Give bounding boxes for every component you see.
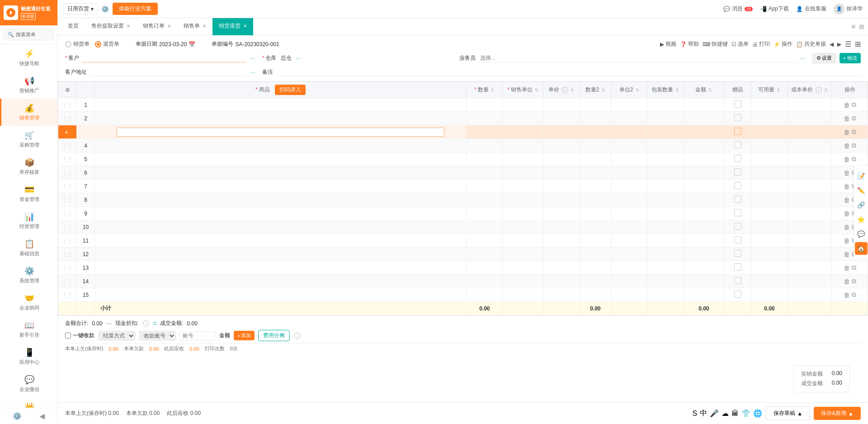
delete-row-icon[interactable]: 🗑 [844,237,850,244]
sidebar-item-sys-mgmt[interactable]: ⚙️ 系统管理 [0,262,57,289]
category-select[interactable]: 日用百货 ▾ [63,3,98,14]
collapse-icon[interactable]: ◀ [39,412,45,420]
tab-home[interactable]: 首页 [61,18,85,35]
address-input[interactable] [90,68,246,76]
copy-row-icon[interactable]: ⧉ [852,114,856,122]
account-select[interactable]: 收款账号 [139,331,176,341]
view-list-icon[interactable]: ☰ [845,40,851,48]
price-info-icon[interactable]: i [562,87,568,93]
delete-row-icon[interactable]: 🗑 [844,224,850,231]
logistics-button[interactable]: + 物流 [840,53,861,63]
action-print[interactable]: 🖨 打印 [752,40,770,48]
sidebar-item-purchase[interactable]: 🛒 采购管理 [0,126,57,153]
sidebar-item-quick-nav[interactable]: ⚡ 快捷导航 [0,44,57,71]
action-operate[interactable]: ⚡ 操作 [774,40,793,48]
action-shortcut[interactable]: ⌨ 快捷键 [703,40,728,48]
delete-row-icon[interactable]: 🗑 [844,156,850,163]
action-select[interactable]: ☑ 选单 [731,40,749,48]
cash-discount-info-icon[interactable]: i [143,320,149,327]
sidebar-item-wechat[interactable]: 💬 企业微信 [0,370,57,397]
address-dots[interactable]: ··· [250,69,255,76]
delete-row-icon[interactable]: 🗑 [844,210,850,217]
trial-button[interactable]: 体验行业方案 [113,3,158,15]
action-history[interactable]: 📋 历史单据 [796,40,826,48]
delete-row-icon[interactable]: 🗑 [844,278,850,285]
sidebar-item-marketing[interactable]: 📢 营销推广 [0,71,57,99]
copy-row-icon[interactable]: ⧉ [852,277,856,285]
gift-checkbox[interactable] [734,168,741,176]
sidebar-item-finance[interactable]: 💳 资金管理 [0,180,57,207]
delete-row-icon[interactable]: 🗑 [844,142,850,149]
tab-expand-icon[interactable]: ⊞ [859,23,864,30]
gift-checkbox[interactable] [734,291,741,298]
delete-row-icon[interactable]: 🗑 [844,115,850,122]
save-new-button[interactable]: 保存&新增 ▲ [814,407,861,420]
tab-close-sale-out[interactable]: ✕ [203,24,206,29]
tab-close-sale-order[interactable]: ✕ [167,24,171,29]
view-grid-icon[interactable]: ⊞ [855,40,861,48]
sidebar-item-guide[interactable]: 📖 新手引导 [0,316,57,343]
gift-checkbox[interactable] [734,100,741,108]
gift-checkbox[interactable] [734,209,741,216]
delete-row-icon[interactable]: 🗑 [844,169,850,176]
gear-col-icon[interactable]: ⚙ [65,87,70,93]
tab-sale-return[interactable]: 销货退货 ✕ [212,18,253,35]
sidebar-item-basic-info[interactable]: 📋 基础信息 [0,234,57,262]
sidebar-item-app-center[interactable]: 📱 应用中心 [0,343,57,370]
remark-input[interactable] [276,68,861,76]
salesperson-dots[interactable]: ··· [801,55,805,62]
product-input[interactable] [117,128,444,137]
add-row-icon[interactable]: + [62,128,71,137]
form-settings-button[interactable]: ⚙ 设置 [812,53,836,63]
right-icon-6[interactable]: 🏠 [855,242,868,255]
add-payment-button[interactable]: + 添加 [234,331,255,340]
gift-checkbox[interactable] [734,182,741,189]
gift-checkbox[interactable] [734,236,741,243]
action-help[interactable]: ❓ 帮助 [680,40,699,48]
cost-info-icon[interactable]: i [816,87,822,93]
one-click-checkbox[interactable]: 一键收款 [65,332,94,339]
gift-checkbox[interactable] [734,128,741,135]
gift-checkbox[interactable] [734,195,741,203]
salesperson-input[interactable] [478,54,796,62]
gift-checkbox[interactable] [734,114,741,121]
delete-row-icon[interactable]: 🗑 [844,183,850,190]
settings-bottom-icon[interactable]: ⚙️ [13,412,22,420]
one-click-check[interactable] [65,333,71,338]
copy-row-icon[interactable]: ⧉ [852,128,856,136]
sidebar-item-operations[interactable]: 📊 经营管理 [0,207,57,234]
tab-sale-price[interactable]: 售价提取设置 ✕ [85,18,137,35]
right-icon-3[interactable]: 🔗 [855,199,868,211]
action-video[interactable]: ▶ 视频 [660,40,676,48]
sidebar-item-inventory[interactable]: 📦 库存核算 [0,153,57,180]
nav-prev-icon[interactable]: ◀ [830,41,834,48]
gift-checkbox[interactable] [734,263,741,271]
copy-row-icon[interactable]: ⧉ [852,101,856,109]
right-icon-4[interactable]: ⭐ [855,213,868,226]
search-menu-button[interactable]: 🔍 搜索菜单 [4,29,54,40]
tab-close-sale-price[interactable]: ✕ [127,24,130,29]
copy-row-icon[interactable]: ⧉ [852,264,856,272]
sidebar-item-member[interactable]: 👑 畅会员 [0,397,57,408]
tool4-icon[interactable]: ☁ [722,409,729,418]
account-input[interactable] [179,331,216,340]
tool7-icon[interactable]: 🌐 [753,409,762,418]
tab-sale-out[interactable]: 销售单 ✕ [177,18,212,35]
copy-row-icon[interactable]: ⧉ [852,291,856,299]
delete-row-icon[interactable]: 🗑 [844,196,850,204]
gift-checkbox[interactable] [734,223,741,230]
sougou-icon[interactable]: S [693,410,698,418]
gift-checkbox[interactable] [734,277,741,284]
expense-split-button[interactable]: 费用分摊 [258,330,290,341]
sidebar-item-sale-mgmt[interactable]: 💰 销售管理 [0,99,57,126]
delete-row-icon[interactable]: 🗑 [844,251,850,258]
right-icon-2[interactable]: ✏️ [855,184,868,197]
nav-next-icon[interactable]: ▶ [837,41,841,48]
warehouse-dots[interactable]: ··· [296,55,301,62]
delete-row-icon[interactable]: 🗑 [844,129,850,136]
radio-sale-out[interactable]: 销货单 [65,40,90,48]
gift-checkbox[interactable] [734,250,741,257]
tool3-icon[interactable]: 🎤 [710,409,719,418]
sidebar-item-enterprise[interactable]: 🤝 企业协同 [0,289,57,316]
topbar-gear-icon[interactable]: ⚙️ [101,5,109,13]
